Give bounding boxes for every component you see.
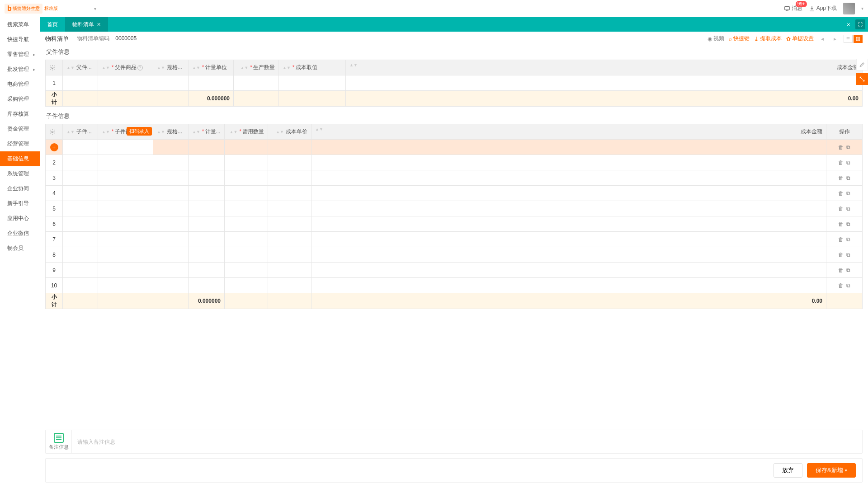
delete-icon[interactable]: 🗑 bbox=[838, 267, 844, 273]
delete-icon[interactable]: 🗑 bbox=[838, 190, 844, 197]
child-col-cost-amt[interactable]: ▲▼成本金额 bbox=[311, 124, 826, 140]
discard-button[interactable]: 放弃 bbox=[774, 463, 802, 478]
child-row[interactable]: 9🗑⧉ bbox=[46, 263, 863, 278]
child-col-need-qty[interactable]: ▲▼*需用数量 bbox=[225, 124, 268, 140]
sidebar-item-13[interactable]: 应用中心 bbox=[0, 211, 40, 226]
svg-rect-3 bbox=[859, 39, 860, 40]
rail-edit-button[interactable] bbox=[856, 59, 868, 70]
child-row[interactable]: 4🗑⧉ bbox=[46, 186, 863, 201]
delete-icon[interactable]: 🗑 bbox=[838, 206, 844, 212]
child-row[interactable]: +🗑⧉ bbox=[46, 140, 863, 155]
copy-icon[interactable]: ⧉ bbox=[846, 221, 850, 227]
extract-cost-link[interactable]: ⤓ 提取成本 bbox=[754, 35, 782, 42]
child-col-unit[interactable]: ▲▼*计量... bbox=[189, 124, 225, 140]
sidebar-item-4[interactable]: 电商管理 bbox=[0, 77, 40, 92]
row-ops: 🗑⧉ bbox=[826, 170, 863, 186]
sidebar-item-10[interactable]: 系统管理 bbox=[0, 166, 40, 181]
view-form-button[interactable] bbox=[854, 35, 863, 43]
tab-bom-label: 物料清单 bbox=[72, 21, 94, 28]
sidebar-item-15[interactable]: 畅会员 bbox=[0, 241, 40, 256]
org-dropdown[interactable]: ▾ bbox=[94, 5, 96, 12]
copy-icon[interactable]: ⧉ bbox=[846, 236, 850, 243]
delete-icon[interactable]: 🗑 bbox=[838, 221, 844, 227]
child-row[interactable]: 3🗑⧉ bbox=[46, 170, 863, 186]
row-ops: 🗑⧉ bbox=[826, 186, 863, 201]
copy-icon[interactable]: ⧉ bbox=[846, 282, 850, 289]
sidebar-item-12[interactable]: 新手引导 bbox=[0, 196, 40, 211]
sidebar-item-11[interactable]: 企业协同 bbox=[0, 181, 40, 196]
child-row[interactable]: 2🗑⧉ bbox=[46, 155, 863, 170]
delete-icon[interactable]: 🗑 bbox=[838, 252, 844, 258]
next-doc-button[interactable]: ▸ bbox=[831, 36, 839, 42]
tab-close-panel-button[interactable] bbox=[844, 19, 854, 29]
delete-icon[interactable]: 🗑 bbox=[838, 144, 844, 150]
sidebar: 搜索菜单快捷导航零售管理批发管理电商管理采购管理库存核算资金管理经营管理基础信息… bbox=[0, 17, 40, 488]
parent-col-cost-src[interactable]: ▲▼*成本取值 bbox=[279, 60, 346, 75]
document-actions: ◉ 视频 ⌕ 快捷键 ⤓ 提取成本 ✿ 单据设置 ◂ ▸ bbox=[708, 35, 863, 43]
child-col-spec[interactable]: ▲▼规格... bbox=[153, 124, 189, 140]
copy-icon[interactable]: ⧉ bbox=[846, 160, 850, 166]
copy-icon[interactable]: ⧉ bbox=[846, 144, 850, 150]
child-col-product[interactable]: ▲▼*子件商 扫码录入 bbox=[98, 124, 153, 140]
page-title: 物料清单 bbox=[45, 35, 69, 43]
parent-col-qty[interactable]: ▲▼*生产数量 bbox=[234, 60, 279, 75]
save-add-button[interactable]: 保存&新增 ▾ bbox=[807, 463, 856, 478]
copy-icon[interactable]: ⧉ bbox=[846, 267, 850, 273]
delete-icon[interactable]: 🗑 bbox=[838, 175, 844, 181]
delete-icon[interactable]: 🗑 bbox=[838, 236, 844, 243]
parent-gear-header[interactable] bbox=[46, 60, 63, 75]
parent-col-spec[interactable]: ▲▼规格... bbox=[153, 60, 189, 75]
sidebar-item-9[interactable]: 基础信息 bbox=[0, 151, 40, 166]
rail-expand-button[interactable] bbox=[856, 73, 868, 85]
copy-icon[interactable]: ⧉ bbox=[846, 190, 850, 197]
sidebar-item-7[interactable]: 资金管理 bbox=[0, 122, 40, 136]
add-row-button[interactable]: + bbox=[50, 143, 58, 151]
child-row[interactable]: 10🗑⧉ bbox=[46, 278, 863, 293]
copy-icon[interactable]: ⧉ bbox=[846, 206, 850, 212]
child-product-input[interactable] bbox=[98, 140, 153, 155]
fullscreen-button[interactable] bbox=[855, 19, 865, 29]
copy-icon[interactable]: ⧉ bbox=[846, 252, 850, 258]
sidebar-item-5[interactable]: 采购管理 bbox=[0, 92, 40, 107]
parent-col-code[interactable]: ▲▼父件... bbox=[63, 60, 98, 75]
doc-setting-link[interactable]: ✿ 单据设置 bbox=[786, 35, 814, 42]
copy-icon[interactable]: ⧉ bbox=[846, 175, 850, 181]
sidebar-item-6[interactable]: 库存核算 bbox=[0, 107, 40, 122]
sidebar-item-2[interactable]: 零售管理 bbox=[0, 47, 40, 62]
delete-icon[interactable]: 🗑 bbox=[838, 282, 844, 289]
parent-col-unit[interactable]: ▲▼*计量单位 bbox=[189, 60, 234, 75]
delete-icon[interactable]: 🗑 bbox=[838, 160, 844, 166]
sidebar-item-8[interactable]: 经营管理 bbox=[0, 136, 40, 151]
tab-home[interactable]: 首页 bbox=[40, 17, 65, 32]
parent-col-cost-amt[interactable]: ▲▼成本金额 bbox=[346, 60, 863, 75]
sidebar-item-3[interactable]: 批发管理 bbox=[0, 62, 40, 77]
view-list-button[interactable] bbox=[844, 35, 853, 43]
app-download-link[interactable]: App下载 bbox=[809, 5, 837, 12]
parent-col-product[interactable]: ▲▼*父件商品? bbox=[98, 60, 153, 75]
help-icon[interactable]: ? bbox=[137, 65, 143, 70]
hotkey-link[interactable]: ⌕ 快捷键 bbox=[729, 35, 750, 42]
sidebar-item-0[interactable]: 搜索菜单 bbox=[0, 17, 40, 32]
child-col-unit-cost[interactable]: ▲▼成本单价 bbox=[268, 124, 311, 140]
video-link[interactable]: ◉ 视频 bbox=[708, 35, 724, 42]
remark-input[interactable] bbox=[72, 439, 862, 445]
child-section-title: 子件信息 bbox=[45, 111, 863, 122]
child-row[interactable]: 7🗑⧉ bbox=[46, 232, 863, 247]
child-row[interactable]: 6🗑⧉ bbox=[46, 216, 863, 232]
parent-section-title: 父件信息 bbox=[45, 47, 863, 58]
messages-link[interactable]: 消息 99+ bbox=[784, 5, 802, 12]
account-chevron-icon[interactable]: ▾ bbox=[861, 6, 863, 11]
close-icon[interactable]: ✕ bbox=[97, 22, 101, 28]
child-col-code[interactable]: ▲▼子件... bbox=[63, 124, 98, 140]
child-code-input[interactable] bbox=[63, 140, 98, 155]
sidebar-item-1[interactable]: 快捷导航 bbox=[0, 32, 40, 47]
child-gear-header[interactable] bbox=[46, 124, 63, 140]
parent-row[interactable]: 1 bbox=[46, 75, 863, 91]
sidebar-item-14[interactable]: 企业微信 bbox=[0, 226, 40, 241]
scan-input-badge[interactable]: 扫码录入 bbox=[127, 127, 152, 136]
child-row[interactable]: 5🗑⧉ bbox=[46, 201, 863, 216]
child-row[interactable]: 8🗑⧉ bbox=[46, 247, 863, 263]
tab-bom[interactable]: 物料清单 ✕ bbox=[65, 17, 108, 32]
avatar[interactable] bbox=[843, 3, 855, 14]
prev-doc-button[interactable]: ◂ bbox=[818, 36, 826, 42]
